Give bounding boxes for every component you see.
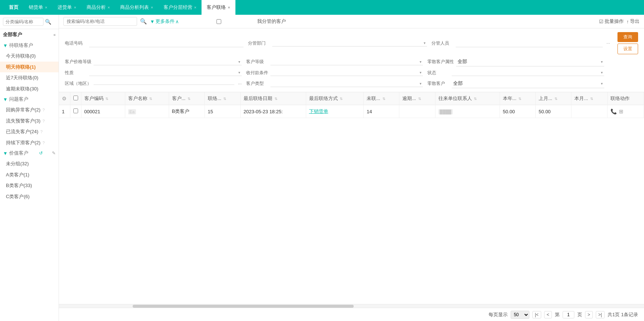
payment-select[interactable]: ▾ xyxy=(270,69,423,76)
more-conditions-btn[interactable]: ▼ 更多条件 ∧ xyxy=(150,18,179,25)
my-customers-checkbox[interactable] xyxy=(182,19,256,24)
next-page-btn[interactable]: > xyxy=(585,311,593,318)
sidebar-item-lost[interactable]: 已流失客户(24) ? xyxy=(0,126,59,137)
row-name: Ea xyxy=(125,105,169,118)
phone-label: 电话号码 xyxy=(65,40,87,46)
sidebar: 🔍 全部客户 « ▼ 待联络客户 今天待联络(0) 明天待联络(1) 近7天待联… xyxy=(0,15,59,321)
region-select[interactable] xyxy=(94,82,234,85)
last-page-btn[interactable]: >| xyxy=(596,311,605,318)
col-uncontact: 未联... ⇅ xyxy=(364,92,399,105)
customer-type-down-icon: ▾ xyxy=(420,82,421,86)
batch-op-button[interactable]: ☑ 批量操作 xyxy=(599,18,624,25)
col-contact-person: 往来单位联系人 ⇅ xyxy=(435,92,500,105)
customer-level-select[interactable]: ▾ xyxy=(270,59,423,65)
person-input[interactable] xyxy=(456,39,603,47)
sparse-down-icon: ▾ xyxy=(601,82,603,86)
sidebar-item-overdue[interactable]: 逾期未联络(30) xyxy=(0,83,59,94)
sparse-label: 零散客户 xyxy=(427,80,449,87)
page-label: 第 xyxy=(555,311,560,318)
sidebar-item-class-c[interactable]: C类客户(6) xyxy=(0,191,59,202)
phone-action-icon[interactable]: 📞 xyxy=(610,108,617,114)
sidebar-item-today[interactable]: 今天待联络(0) xyxy=(0,51,59,62)
sparse-select[interactable]: 全部 ▾ xyxy=(452,79,604,88)
refresh-icon[interactable]: ↺ xyxy=(39,151,43,156)
nav-item-3[interactable]: 商品分析列表 × xyxy=(115,0,158,15)
nav-close-4[interactable]: × xyxy=(194,5,196,10)
col-contact-count: 联络... ⇅ xyxy=(204,92,240,105)
col-this-month: 本月... ⇅ xyxy=(571,92,607,105)
sidebar-search-icon[interactable]: 🔍 xyxy=(45,19,51,25)
phone-input[interactable] xyxy=(89,39,244,47)
advanced-filter-panel: 电话号码 分管部门 ▾ 分管人员 ··· 查询 设置 xyxy=(59,28,644,92)
nav-item-label-2: 商品分析 xyxy=(87,4,106,11)
group-label-1: 问题客户 xyxy=(9,96,28,103)
group-value-customers[interactable]: ▼ 价值客户 ↺ ✎ xyxy=(0,148,59,158)
sidebar-item-tomorrow[interactable]: 明天待联络(1) xyxy=(0,62,59,73)
nav-close-5[interactable]: × xyxy=(228,5,230,10)
col-last-month: 上月... ⇅ xyxy=(536,92,571,105)
filter-field-nature: 性质 ▾ xyxy=(65,69,242,76)
row-last-method-link[interactable]: 下销货单 xyxy=(309,108,328,114)
prev-page-btn[interactable]: < xyxy=(544,311,552,318)
menu-action-icon[interactable]: ⊞ xyxy=(619,108,623,114)
scrollbar-thumb[interactable] xyxy=(133,305,354,308)
nav-item-1[interactable]: 进货单 × xyxy=(52,0,81,15)
export-button[interactable]: ↑ 导出 xyxy=(627,18,640,25)
filter-field-sparse-attr: 零散客户属性 全部 ▾ xyxy=(427,57,604,66)
sparse-attr-select[interactable]: 全部 ▾ xyxy=(456,57,604,66)
sidebar-item-7days[interactable]: 近7天待联络(0) xyxy=(0,72,59,83)
group-problem-customers[interactable]: ▼ 问题客户 xyxy=(0,94,59,104)
search-input[interactable] xyxy=(63,17,137,26)
help-icon-1: ? xyxy=(42,119,45,123)
group-pending-contact[interactable]: ▼ 待联络客户 xyxy=(0,40,59,51)
sidebar-item-declining[interactable]: 持续下滑客户(2) ? xyxy=(0,137,59,148)
horizontal-scrollbar[interactable] xyxy=(59,304,644,308)
all-customers-header[interactable]: 全部客户 « xyxy=(0,29,59,40)
dept-select[interactable]: ▾ xyxy=(272,40,427,46)
page-num-input[interactable] xyxy=(563,311,574,318)
sidebar-search-input[interactable] xyxy=(3,18,43,26)
my-customers-text: 我分管的客户 xyxy=(257,18,286,25)
region-ellipsis[interactable]: ··· xyxy=(238,81,242,86)
nav-close-0[interactable]: × xyxy=(45,5,47,10)
payment-label: 收付款条件 xyxy=(246,70,268,76)
nav-item-4[interactable]: 客户分层经营 × xyxy=(158,0,202,15)
page-size-select[interactable]: 50 10 20 100 xyxy=(511,311,529,319)
person-ellipsis[interactable]: ··· xyxy=(606,41,610,46)
query-button[interactable]: 查询 xyxy=(617,32,638,42)
nav-close-2[interactable]: × xyxy=(108,5,110,10)
nav-item-2[interactable]: 商品分析 × xyxy=(81,0,115,15)
settings-button[interactable]: 设置 xyxy=(617,44,638,54)
row-uncontact: 14 xyxy=(364,105,399,118)
sidebar-item-ungrouped[interactable]: 未分组(32) xyxy=(0,158,59,169)
nav-item-0[interactable]: 销货单 × xyxy=(24,0,52,15)
export-label: 导出 xyxy=(630,18,640,25)
nature-select[interactable]: ▾ xyxy=(89,69,242,76)
filter-field-sparse: 零散客户 全部 ▾ xyxy=(427,79,604,88)
select-all-checkbox[interactable] xyxy=(73,96,78,100)
sort-icon-contact-person: ⇅ xyxy=(474,97,477,101)
sparse-attr-down-icon: ▾ xyxy=(601,60,603,64)
col-last-month-label: 上月... xyxy=(539,96,552,101)
sidebar-item-loss-warning[interactable]: 流失预警客户(3) ? xyxy=(0,115,59,127)
col-contact-person-label: 往来单位联系人 xyxy=(438,96,472,101)
sidebar-item-class-b[interactable]: B类客户(33) xyxy=(0,180,59,191)
first-page-btn[interactable]: |< xyxy=(532,311,541,318)
nav-item-5[interactable]: 客户联络 × xyxy=(202,0,235,15)
edit-icon[interactable]: ✎ xyxy=(52,151,56,156)
nav-home[interactable]: 首页 xyxy=(4,0,24,15)
nav-close-3[interactable]: × xyxy=(151,5,153,10)
help-icon-0: ? xyxy=(42,108,45,112)
my-customers-label[interactable]: 我分管的客户 xyxy=(182,18,286,25)
sidebar-item-repurchase-abnormal[interactable]: 回购异常客户(2) ? xyxy=(0,104,59,115)
sidebar-item-class-a[interactable]: A类客户(1) xyxy=(0,169,59,180)
price-level-select[interactable]: ▾ xyxy=(94,59,242,65)
nav-close-1[interactable]: × xyxy=(74,5,76,10)
search-icon[interactable]: 🔍 xyxy=(140,18,147,25)
customer-type-select[interactable]: ▾ xyxy=(270,80,423,87)
dept-label: 分管部门 xyxy=(248,40,270,46)
filter-icon: ▼ xyxy=(150,19,155,24)
status-select[interactable]: ▾ xyxy=(452,69,604,76)
row-select-checkbox[interactable] xyxy=(73,108,78,113)
table-settings-icon[interactable]: ⚙ xyxy=(62,96,67,101)
